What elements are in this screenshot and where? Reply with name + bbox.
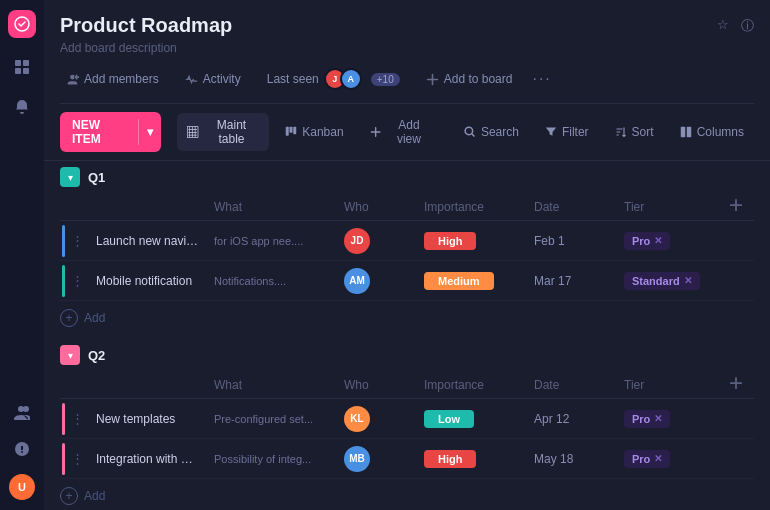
avatar-2: A <box>340 68 362 90</box>
add-circle-icon: + <box>60 487 78 505</box>
board-description: Add board description <box>60 41 754 55</box>
row-drag-handle[interactable]: ⋮ <box>67 451 88 466</box>
group-q1-header: ▾ Q1 <box>44 161 770 193</box>
page-title: Product Roadmap <box>60 14 232 37</box>
group-q2: ▾ Q2 What Who Importance Date Tier <box>44 339 770 510</box>
avatar: JD <box>344 228 370 254</box>
row-date: Apr 12 <box>528 412 618 426</box>
users-icon[interactable] <box>11 402 33 424</box>
add-to-board-button[interactable]: Add to board <box>420 69 519 89</box>
table-row: ⋮ Launch new navigaation for iOS app nee… <box>60 221 754 261</box>
add-row-q1[interactable]: + Add <box>44 301 770 335</box>
col-what-q2: What <box>208 378 338 392</box>
main-table-button[interactable]: Maint table <box>177 113 269 151</box>
row-drag-handle[interactable]: ⋮ <box>67 411 88 426</box>
add-members-button[interactable]: Add members <box>60 69 165 89</box>
tier-remove-button[interactable]: ✕ <box>654 453 662 464</box>
activity-button[interactable]: Activity <box>179 69 247 89</box>
col-importance-q2: Importance <box>418 378 528 392</box>
main-table-label: Maint table <box>204 118 259 146</box>
importance-badge: High <box>424 450 476 468</box>
star-icon[interactable]: ☆ <box>717 17 729 35</box>
bell-icon[interactable] <box>11 96 33 118</box>
tier-remove-button[interactable]: ✕ <box>684 275 692 286</box>
tier-badge: Pro ✕ <box>624 450 670 468</box>
new-item-chevron-icon[interactable]: ▾ <box>138 119 161 145</box>
avatar: MB <box>344 446 370 472</box>
row-indicator <box>62 265 65 297</box>
row-tier: Pro ✕ <box>618 232 718 250</box>
row-indicator <box>62 225 65 257</box>
row-date: Mar 17 <box>528 274 618 288</box>
svg-point-8 <box>465 127 473 135</box>
col-date-q1: Date <box>528 200 618 214</box>
help-icon[interactable] <box>11 438 33 460</box>
search-label: Search <box>481 125 519 139</box>
row-tier: Pro ✕ <box>618 410 718 428</box>
table-header-q1: What Who Importance Date Tier <box>60 193 754 221</box>
filter-button[interactable]: Filter <box>535 120 599 144</box>
svg-line-9 <box>472 134 475 137</box>
row-tier: Standard ✕ <box>618 272 718 290</box>
add-row-q2[interactable]: + Add <box>44 479 770 510</box>
row-date: May 18 <box>528 452 618 466</box>
col-add-q2[interactable] <box>718 376 754 393</box>
row-cell-first: ⋮ <box>60 403 88 435</box>
kanban-label: Kanban <box>302 125 343 139</box>
row-what: Pre-configured set... <box>208 413 338 425</box>
add-circle-icon: + <box>60 309 78 327</box>
info-icon[interactable]: ⓘ <box>741 17 754 35</box>
last-seen-label: Last seen <box>267 72 319 86</box>
toolbar: NEW ITEM ▾ Maint table Kanban Add view <box>44 104 770 161</box>
add-view-button[interactable]: Add view <box>360 113 442 151</box>
table-icon <box>187 126 198 138</box>
user-avatar[interactable]: U <box>9 474 35 500</box>
sort-button[interactable]: Sort <box>605 120 664 144</box>
group-q2-table: What Who Importance Date Tier ⋮ New temp… <box>44 371 770 479</box>
page-header: Product Roadmap ☆ ⓘ Add board descriptio… <box>44 0 770 104</box>
tier-remove-button[interactable]: ✕ <box>654 413 662 424</box>
row-name: New templates <box>88 412 208 426</box>
row-cell-first: ⋮ <box>60 443 88 475</box>
new-item-button[interactable]: NEW ITEM ▾ <box>60 112 161 152</box>
columns-button[interactable]: Columns <box>670 120 754 144</box>
row-drag-handle[interactable]: ⋮ <box>67 233 88 248</box>
row-indicator <box>62 403 65 435</box>
col-add-q1[interactable] <box>718 198 754 215</box>
columns-icon <box>680 126 692 138</box>
importance-badge: High <box>424 232 476 250</box>
tier-remove-button[interactable]: ✕ <box>654 235 662 246</box>
group-q2-header: ▾ Q2 <box>44 339 770 371</box>
header-actions: Add members Activity Last seen J A +10 <box>60 65 754 104</box>
add-row-label: Add <box>84 489 105 503</box>
search-button[interactable]: Search <box>454 120 529 144</box>
col-who-q1: Who <box>338 200 418 214</box>
row-importance: Low <box>418 410 528 428</box>
group-q1-table: What Who Importance Date Tier ⋮ Launch n… <box>44 193 770 301</box>
row-cell-first: ⋮ <box>60 225 88 257</box>
row-name: Integration with Google <box>88 452 208 466</box>
app-logo[interactable] <box>8 10 36 38</box>
add-members-label: Add members <box>84 72 159 86</box>
tier-badge: Pro ✕ <box>624 410 670 428</box>
add-to-board-label: Add to board <box>444 72 513 86</box>
row-drag-handle[interactable]: ⋮ <box>67 273 88 288</box>
row-indicator <box>62 443 65 475</box>
grid-icon[interactable] <box>11 56 33 78</box>
group-q1-toggle[interactable]: ▾ <box>60 167 80 187</box>
svg-rect-4 <box>23 68 29 74</box>
row-importance: High <box>418 450 528 468</box>
importance-badge: Medium <box>424 272 494 290</box>
row-what: Notifications.... <box>208 275 338 287</box>
header-icons: ☆ ⓘ <box>717 17 754 35</box>
svg-rect-10 <box>680 127 685 138</box>
main-content: Product Roadmap ☆ ⓘ Add board descriptio… <box>44 0 770 510</box>
tier-badge: Standard ✕ <box>624 272 700 290</box>
row-importance: High <box>418 232 528 250</box>
more-options-button[interactable]: ··· <box>532 70 551 88</box>
importance-badge: Low <box>424 410 474 428</box>
group-q2-toggle[interactable]: ▾ <box>60 345 80 365</box>
avatar: KL <box>344 406 370 432</box>
kanban-button[interactable]: Kanban <box>275 120 353 144</box>
row-who: AM <box>338 268 418 294</box>
